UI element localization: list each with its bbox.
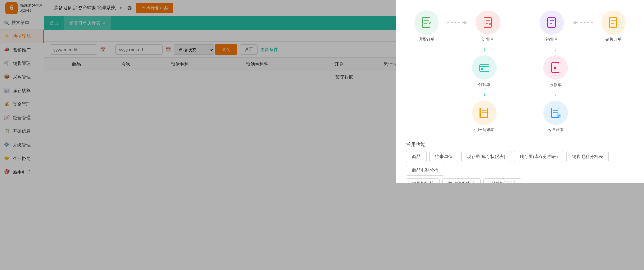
node-sales-bill[interactable]: 销货单 <box>532 16 572 42</box>
node-payment[interactable]: 付款单 <box>464 55 505 88</box>
arrow-down-receipt: ↓ <box>554 91 557 97</box>
node-receipt[interactable]: ¥ 收款单 <box>535 55 576 88</box>
svg-rect-22 <box>480 108 488 118</box>
node-purchase-order[interactable]: 进货订单 <box>406 16 447 42</box>
receipt-circle[interactable]: ¥ <box>543 55 568 80</box>
node-sales-order-label: 销售订单 <box>605 37 622 42</box>
arrow-h-2: ◀ <box>572 20 593 33</box>
flow-row-3: 供应商账本 <box>406 101 634 133</box>
node-supplier-ledger-label: 供应商账本 <box>474 127 494 133</box>
content-bg: ❓ 帮助 🖨 按模板打印 ▾ 📤 导出 🔄 刷新 <box>44 30 644 270</box>
func-grid-2: 销售排行榜 收款情况统计 付款情况统计 <box>406 178 634 183</box>
flow-row-2: 付款单 ¥ <box>406 55 634 88</box>
main-area: 🔍 搜索菜单 ⚡ 快捷导航 📣 营销推广 🛒 销售管理 📦 采购管理 📊 <box>0 16 644 270</box>
flow-area: 进货订单 ▶ <box>406 16 634 136</box>
node-supplier-ledger[interactable]: 供应商账本 <box>464 101 505 133</box>
svg-text:¥: ¥ <box>554 66 556 71</box>
purchase-order-circle[interactable] <box>414 16 439 35</box>
func-btn-product-margin[interactable]: 商品毛利分析 <box>406 165 444 176</box>
customer-ledger-circle[interactable] <box>543 101 568 125</box>
svg-rect-19 <box>481 68 483 70</box>
node-customer-ledger[interactable]: 客户账本 <box>535 101 576 133</box>
func-btn-receipt-stat[interactable]: 收款情况统计 <box>442 178 481 183</box>
func-btn-stock-status[interactable]: 现存量(库存状况表) <box>461 151 511 162</box>
common-functions-title: 常用功能 <box>406 142 634 148</box>
node-purchase-bill[interactable]: ¥ 进货单 <box>468 16 508 42</box>
func-btn-stock-dist[interactable]: 现存量(库存分布表) <box>514 151 564 162</box>
svg-rect-26 <box>479 108 481 118</box>
func-btn-product[interactable]: 商品 <box>406 151 427 162</box>
arrow-down-purchase: ↓ <box>483 46 486 52</box>
payment-circle[interactable] <box>472 55 497 80</box>
node-sales-bill-label: 销货单 <box>546 37 558 42</box>
func-btn-sales-margin[interactable]: 销售毛利分析表 <box>566 151 609 162</box>
flow-row-1: 进货订单 ▶ <box>406 16 634 42</box>
arrow-down-sales: ↓ <box>554 46 557 52</box>
node-purchase-order-label: 进货订单 <box>418 37 435 42</box>
node-payment-label: 付款单 <box>478 82 490 88</box>
svg-text:¥: ¥ <box>489 23 491 26</box>
node-purchase-bill-label: 进货单 <box>482 37 494 42</box>
content-area: 首页 销售订单执行表 × × ❓ 帮助 🖨 按 <box>44 16 644 270</box>
node-sales-order[interactable]: 销售订单 <box>593 16 634 42</box>
func-btn-partner[interactable]: 往来单位 <box>429 151 458 162</box>
func-grid: 商品 往来单位 现存量(库存状况表) 现存量(库存分布表) 销售毛利分析表 商品… <box>406 151 634 176</box>
flow-row-arrows2: ↓ ↓ <box>406 91 634 97</box>
func-btn-sales-rank[interactable]: 销售排行榜 <box>406 178 440 183</box>
svg-rect-9 <box>548 18 555 27</box>
svg-rect-13 <box>609 18 617 27</box>
flow-row-arrows: ↓ ↓ <box>406 46 634 52</box>
node-customer-ledger-label: 客户账本 <box>547 127 564 133</box>
arrow-h-1: ▶ <box>447 20 468 33</box>
supplier-ledger-circle[interactable] <box>472 101 497 125</box>
func-btn-payment-stat[interactable]: 付款情况统计 <box>483 178 521 183</box>
svg-rect-0 <box>422 18 430 27</box>
overlay[interactable]: 进货订单 ▶ <box>44 16 644 270</box>
svg-point-31 <box>557 114 561 118</box>
popup-card: 进货订单 ▶ <box>396 16 644 183</box>
sales-bill-circle[interactable] <box>540 16 564 35</box>
purchase-bill-circle[interactable]: ¥ <box>476 16 500 35</box>
sales-order-circle[interactable] <box>601 16 626 35</box>
node-receipt-label: 收款单 <box>550 82 562 88</box>
arrow-down-payment: ↓ <box>483 91 486 97</box>
